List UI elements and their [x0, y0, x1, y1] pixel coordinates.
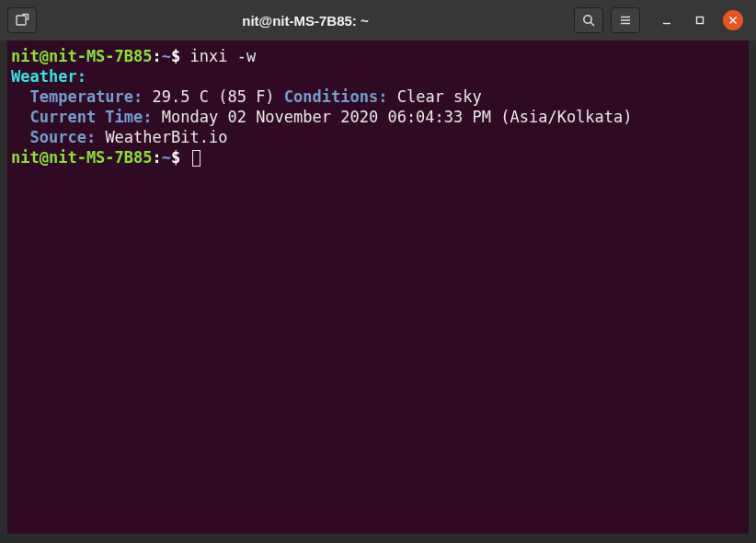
minimize-button[interactable] [657, 10, 677, 30]
cursor-icon [192, 150, 200, 167]
output-temp-cond: Temperature: 29.5 C (85 F) Conditions: C… [11, 87, 745, 107]
prompt-dollar: $ [171, 47, 189, 65]
svg-rect-0 [17, 16, 26, 25]
maximize-button[interactable] [690, 10, 710, 30]
prompt-path: ~ [162, 47, 171, 65]
prompt-path: ~ [162, 148, 171, 167]
svg-point-1 [584, 16, 591, 23]
output-time: Current Time: Monday 02 November 2020 06… [11, 107, 745, 127]
titlebar: nit@nit-MS-7B85: ~ [0, 0, 756, 40]
menu-button[interactable] [611, 7, 640, 33]
prompt-line-1: nit@nit-MS-7B85:~$ inxi -w [11, 46, 745, 66]
command-text: inxi -w [190, 47, 257, 65]
prompt-line-2: nit@nit-MS-7B85:~$ [11, 147, 745, 168]
prompt-user: nit@nit-MS-7B85 [11, 148, 153, 167]
prompt-user: nit@nit-MS-7B85 [11, 47, 153, 65]
prompt-colon: : [153, 148, 162, 167]
prompt-colon: : [153, 47, 162, 65]
prompt-dollar: $ [171, 148, 189, 167]
svg-rect-2 [697, 17, 704, 24]
terminal-area[interactable]: nit@nit-MS-7B85:~$ inxi -w Weather: Temp… [7, 40, 749, 534]
search-button[interactable] [574, 7, 603, 33]
close-button[interactable] [723, 10, 743, 30]
output-source: Source: WeatherBit.io [11, 127, 745, 147]
new-tab-button[interactable] [7, 7, 37, 33]
output-header: Weather: [11, 66, 745, 87]
window-controls [647, 10, 749, 30]
window-title: nit@nit-MS-7B85: ~ [44, 13, 567, 29]
